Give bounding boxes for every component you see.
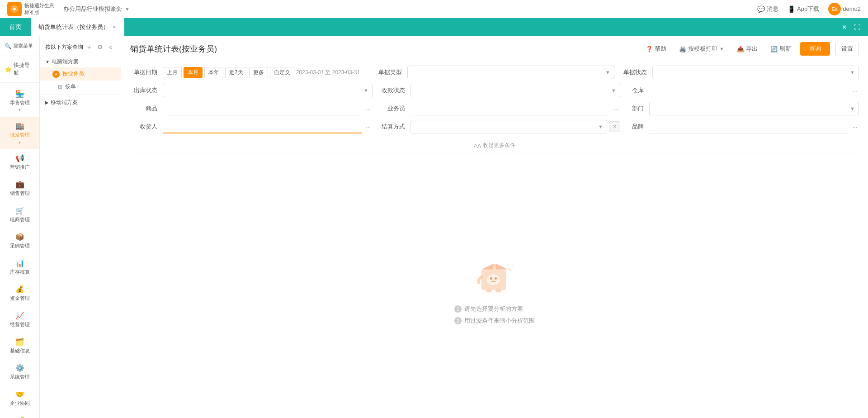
user-area[interactable]: Ea demo2 xyxy=(828,3,861,15)
product-label: 商品 xyxy=(130,104,157,113)
sidebar-item-newbie[interactable]: 🌱 新手引导 xyxy=(0,411,39,418)
tag-close-button[interactable]: × xyxy=(613,124,616,130)
brand-control: ··· xyxy=(649,120,859,133)
sidebar-item-system[interactable]: ⚙️ 系统管理 xyxy=(0,359,39,385)
payment-select[interactable]: ▼ xyxy=(410,120,607,133)
panel-item-salesperson[interactable]: ● 按业务员 xyxy=(40,67,121,81)
order-type-label: 单据类型 xyxy=(375,68,402,76)
tab-maximize-button[interactable]: ⛶ xyxy=(852,22,863,33)
tab-home[interactable]: 首页 xyxy=(0,18,31,36)
empty-hint-1: 1 请先选择要分析的方案 xyxy=(454,305,535,313)
date-custom[interactable]: 自定义 xyxy=(270,67,294,78)
sidebar-item-inventory[interactable]: 📊 库存核算 xyxy=(0,254,39,280)
sidebar-item-marketing[interactable]: 📢 营销推广 xyxy=(0,149,39,175)
sidebar-item-retail[interactable]: 🏪 零售管理 ▾ xyxy=(0,85,39,117)
query-label: 查询 xyxy=(809,45,821,53)
settings-button[interactable]: 设置 xyxy=(835,42,859,56)
page-content: 按以下方案查询 + ⚙ « ▼ 电脑端方案 ● 按业务员 xyxy=(40,36,868,418)
salesperson-more-button[interactable]: ··· xyxy=(612,105,620,112)
warehouse-input[interactable] xyxy=(649,84,849,97)
header-right: 💬 消息 📱 App下载 Ea demo2 xyxy=(757,3,861,15)
search-icon: 🔍 xyxy=(5,43,11,49)
date-more[interactable]: 更多 xyxy=(249,67,268,78)
help-button[interactable]: ❓ 帮助 xyxy=(642,43,670,55)
order-type-select[interactable]: ▼ xyxy=(407,66,614,79)
out-status-select[interactable]: ▼ xyxy=(163,84,373,97)
basic-icon: 🗂️ xyxy=(15,337,24,346)
mobile-section-label: 移动端方案 xyxy=(51,99,78,106)
marketing-icon: 📢 xyxy=(15,153,24,162)
department-arrow: ▼ xyxy=(850,106,855,111)
wholesale-icon: 🏬 xyxy=(15,121,24,130)
salesperson-input[interactable] xyxy=(410,102,610,115)
date-current-month[interactable]: 本月 xyxy=(184,67,203,78)
warehouse-more-button[interactable]: ··· xyxy=(850,87,859,94)
sidebar: 🔍 搜索菜单 ⭐ 快捷导航 🏪 零售管理 ▾ 🏬 批发管理 ▴ 📢 xyxy=(0,36,40,418)
search-menu-item[interactable]: 🔍 搜索菜单 xyxy=(0,40,39,52)
sidebar-item-enterprise[interactable]: 🤝 企业协同 xyxy=(0,385,39,411)
query-button[interactable]: 查询 xyxy=(800,42,830,56)
desktop-section-header[interactable]: ▼ 电脑端方案 xyxy=(40,56,121,67)
date-last-month[interactable]: 上月 xyxy=(163,67,182,78)
collect-status-label: 收款状态 xyxy=(378,86,405,95)
account-dropdown-arrow[interactable]: ▼ xyxy=(125,6,130,12)
collect-status-select[interactable]: ▼ xyxy=(410,84,620,97)
panel-title: 按以下方案查询 xyxy=(45,43,83,51)
department-select[interactable]: ▼ xyxy=(649,102,859,115)
date-buttons: 上月 本月 本年 近7天 更多 自定义 xyxy=(163,67,294,78)
help-label: 帮助 xyxy=(655,45,666,53)
mobile-section-header[interactable]: ▶ 移动端方案 xyxy=(40,97,121,108)
page-actions: ❓ 帮助 🖨️ 按模板打印 ▼ 📤 导出 � xyxy=(642,42,859,56)
tab-active[interactable]: 销货单统计表（按业务员） × xyxy=(31,18,124,36)
refresh-button[interactable]: 🔄 刷新 xyxy=(767,43,795,55)
sidebar-item-basic[interactable]: 🗂️ 基础信息 xyxy=(0,332,39,359)
sidebar-item-purchase[interactable]: 📦 采购管理 xyxy=(0,228,39,254)
consignee-more-button[interactable]: ··· xyxy=(364,124,373,130)
tab-label: 销货单统计表（按业务员） xyxy=(38,23,109,31)
collapse-row[interactable]: ⋀⋀ 收起更多条件 xyxy=(130,138,859,153)
desktop-section-label: 电脑端方案 xyxy=(52,58,79,66)
print-button[interactable]: 🖨️ 按模板打印 ▼ xyxy=(675,43,728,55)
sidebar-item-sales[interactable]: 💼 销售管理 xyxy=(0,175,39,201)
sidebar-item-label-basic: 基础信息 xyxy=(10,347,30,354)
panel-sub-item-order[interactable]: ⊞ 按单 xyxy=(40,81,121,93)
consignee-input[interactable] xyxy=(163,120,362,133)
brand-more-button[interactable]: ··· xyxy=(850,124,859,130)
sidebar-item-label-wholesale: 批发管理 xyxy=(10,132,30,138)
product-input[interactable] xyxy=(163,102,362,115)
panel-settings-button[interactable]: ⚙ xyxy=(95,43,104,52)
date-control: 上月 本月 本年 近7天 更多 自定义 2023-03-01 至 2023-03… xyxy=(163,67,369,78)
tab-close-window-button[interactable]: ✕ xyxy=(839,22,850,33)
date-current-year[interactable]: 本年 xyxy=(204,67,223,78)
export-icon: 📤 xyxy=(737,46,744,52)
collapse-up-icon: ⋀⋀ xyxy=(474,143,481,148)
sidebar-item-wholesale[interactable]: 🏬 批发管理 ▴ xyxy=(0,117,39,149)
product-more-button[interactable]: ··· xyxy=(364,105,373,112)
logo-area[interactable]: 畅捷通好生意 标准版 xyxy=(7,2,54,16)
order-status-select[interactable]: ▼ xyxy=(652,66,859,79)
retail-icon: 🏪 xyxy=(15,89,24,98)
sidebar-item-ecommerce[interactable]: 🛒 电商管理 xyxy=(0,201,39,228)
panel-add-button[interactable]: + xyxy=(85,43,94,52)
panel-collapse-button[interactable]: « xyxy=(106,43,115,52)
empty-illustration xyxy=(472,252,517,298)
print-arrow-icon: ▼ xyxy=(719,46,724,52)
sidebar-item-label-marketing: 营销推广 xyxy=(10,164,30,171)
avatar: Ea xyxy=(828,3,841,15)
filter-row-3: 商品 ··· 业务员 ··· 部门 xyxy=(130,102,859,115)
tab-close-button[interactable]: × xyxy=(112,23,117,31)
app-download-action[interactable]: 📱 App下载 xyxy=(788,5,819,13)
svg-point-2 xyxy=(487,274,500,285)
product-control: ··· xyxy=(163,102,373,115)
panel-item-label-salesperson: 按业务员 xyxy=(62,70,84,78)
brand-input[interactable] xyxy=(649,120,849,133)
ecommerce-icon: 🛒 xyxy=(15,206,24,215)
sidebar-nav-shortcut[interactable]: ⭐ 快捷导航 xyxy=(0,58,39,81)
export-button[interactable]: 📤 导出 xyxy=(733,43,761,55)
sidebar-item-operation[interactable]: 📈 经营管理 xyxy=(0,306,39,332)
message-action[interactable]: 💬 消息 xyxy=(757,5,778,13)
date-last-7days[interactable]: 近7天 xyxy=(225,67,247,78)
sidebar-item-finance[interactable]: 💰 资金管理 xyxy=(0,280,39,306)
warehouse-label: 仓库 xyxy=(626,86,644,95)
payment-label: 结算方式 xyxy=(378,123,405,131)
